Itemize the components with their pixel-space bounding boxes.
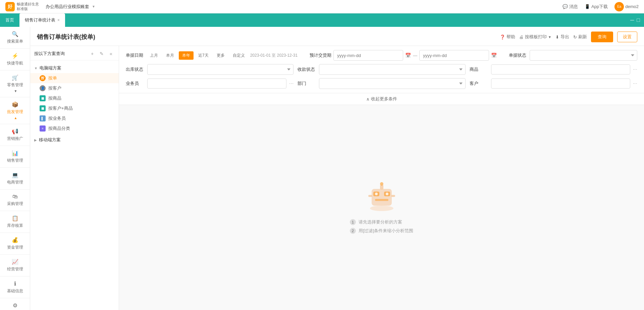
goods-filter-group: 商品 ···: [470, 64, 637, 75]
hint-num-1: 1: [350, 219, 356, 225]
sidebar-item-system[interactable]: ⚙ 系统管理: [0, 298, 30, 310]
expected-date-group: 预计交货期 📅 — 📅: [310, 50, 497, 61]
date-btn-7days[interactable]: 近7天: [195, 51, 212, 60]
goods-more-icon[interactable]: ···: [633, 66, 637, 72]
salesman-input[interactable]: [147, 79, 286, 89]
tab-close-icon[interactable]: ×: [57, 18, 60, 22]
tab-sales-order[interactable]: 销售订单统计表 ×: [19, 13, 65, 27]
customer-more-icon[interactable]: ···: [633, 81, 637, 87]
delivery-status-select[interactable]: [147, 64, 293, 75]
sidebar-item-purchase[interactable]: 🛍 采购管理: [0, 190, 30, 211]
sidebar-item-marketing[interactable]: 📢 营销推广: [0, 124, 30, 146]
sidebar-item-ecommerce[interactable]: 💻 电商管理: [0, 168, 30, 190]
tab-minimize-icon[interactable]: ─: [630, 17, 634, 23]
goods-input[interactable]: [491, 64, 630, 74]
sidebar-item-wholesale[interactable]: 📦 批发管理 ▲: [0, 97, 30, 124]
empty-hint-2: 2 用[过滤]条件来缩小分析范围: [350, 228, 413, 234]
goods-label: 商品: [470, 66, 488, 72]
query-button[interactable]: 查询: [591, 32, 613, 42]
template-print-button[interactable]: 🖨 按模板打印 ▼: [519, 34, 551, 40]
customer-filter-group: 客户 ···: [470, 78, 637, 89]
sales-icon: 📊: [12, 150, 18, 156]
sidebar-item-search[interactable]: 🔍 搜索菜单: [0, 27, 30, 49]
scheme-item-by-salesman[interactable]: ▌ 按业务员: [30, 113, 119, 123]
date-btn-last-month[interactable]: 上月: [147, 51, 161, 60]
app-title: 办公用品行业模拟账套: [46, 4, 89, 10]
pc-scheme-group: ▼ 电脑端方案 按 按单 👤 按客户: [30, 63, 119, 134]
sidebar-item-basic[interactable]: ℹ 基础信息: [0, 276, 30, 298]
expected-date-end-input[interactable]: [419, 50, 489, 61]
main-layout: 🔍 搜索菜单 ⚡ 快捷导航 🛒 零售管理 ▼ 📦 批发管理 ▲ 📢 营销推广 📊…: [0, 27, 644, 310]
svg-rect-7: [380, 185, 383, 190]
receipt-status-group: 收款状态: [298, 64, 465, 75]
user-area[interactable]: Ea demo2: [614, 2, 639, 11]
scheme-item-by-goods[interactable]: ▦ 按商品: [30, 93, 119, 103]
left-panel: 按以下方案查询 + ✎ « ▼ 电脑端方案: [30, 46, 119, 310]
help-icon: ❓: [500, 35, 505, 40]
top-bar-right: 💬 消息 📱 App下载 Ea demo2: [562, 2, 639, 11]
sidebar-item-management[interactable]: 📈 经营管理: [0, 255, 30, 276]
salesman-more-icon[interactable]: ···: [289, 81, 293, 87]
collapse-button[interactable]: ∧ 收起更多条件: [366, 96, 397, 102]
svg-rect-9: [368, 195, 372, 197]
delivery-status-group: 出库状态: [126, 64, 293, 75]
empty-svg: [362, 179, 402, 212]
group-expand-icon: ▼: [34, 66, 38, 70]
scheme-item-by-order[interactable]: 按 按单: [30, 73, 119, 83]
finance-icon: 💰: [12, 237, 18, 243]
management-icon: 📈: [12, 259, 18, 265]
collapse-bar: ∧ 收起更多条件: [119, 93, 644, 105]
status-select[interactable]: [530, 50, 637, 61]
page-actions: ❓ 帮助 🖨 按模板打印 ▼ ⬇ 导出 ↻ 刷新 查询 设置: [500, 32, 637, 42]
filter-row-3: 业务员 ··· 部门 客户 ···: [126, 78, 637, 89]
logo-icon: 好: [5, 2, 15, 11]
purchase-icon: 🛍: [12, 194, 18, 200]
app-title-dropdown[interactable]: ▼: [92, 5, 95, 8]
content-area: 销售订单统计表(按单) ❓ 帮助 🖨 按模板打印 ▼ ⬇ 导出 ↻ 刷新: [30, 27, 644, 310]
add-scheme-button[interactable]: +: [89, 50, 96, 57]
sidebar-item-finance[interactable]: 💰 资金管理: [0, 233, 30, 255]
mobile-group-title[interactable]: ▶ 移动端方案: [30, 135, 119, 145]
date-btn-more[interactable]: 更多: [213, 51, 228, 60]
logo-area: 好 畅捷通好生意 标准版: [5, 2, 39, 11]
receipt-status-select[interactable]: [319, 64, 465, 75]
sidebar-item-shortcut[interactable]: ⚡ 快捷导航: [0, 49, 30, 70]
svg-rect-1: [372, 189, 392, 206]
settings-button[interactable]: 设置: [617, 32, 637, 42]
date-start-calendar-icon[interactable]: 📅: [405, 53, 411, 58]
svg-point-8: [380, 182, 383, 186]
collapse-panel-button[interactable]: «: [107, 50, 115, 57]
sidebar-item-sales[interactable]: 📊 销售管理: [0, 146, 30, 168]
status-filter-group: 单据状态: [509, 50, 637, 61]
date-btn-this-year[interactable]: 本年: [179, 51, 194, 60]
department-filter-group: 部门: [298, 78, 465, 89]
scheme-item-by-customer[interactable]: 👤 按客户: [30, 83, 119, 93]
avatar: Ea: [614, 2, 624, 11]
customer-input[interactable]: [491, 79, 630, 89]
message-button[interactable]: 💬 消息: [562, 4, 578, 10]
collapse-arrow-icon: ∧: [366, 97, 370, 102]
refresh-button[interactable]: ↻ 刷新: [573, 34, 587, 40]
help-button[interactable]: ❓ 帮助: [500, 34, 515, 40]
tab-home[interactable]: 首页: [0, 13, 19, 27]
mobile-scheme-group: ▶ 移动端方案: [30, 135, 119, 145]
export-button[interactable]: ⬇ 导出: [555, 34, 569, 40]
edit-scheme-button[interactable]: ✎: [98, 50, 105, 57]
date-btn-this-month[interactable]: 本月: [163, 51, 177, 60]
scheme-item-by-goods-category[interactable]: ≡ 按商品分类: [30, 123, 119, 134]
department-select[interactable]: [319, 78, 465, 89]
expected-date-start-input[interactable]: [333, 50, 403, 61]
date-btn-custom[interactable]: 自定义: [229, 51, 248, 60]
scheme-item-by-customer-goods[interactable]: ▦ 按客户+商品: [30, 103, 119, 113]
tab-maximize-icon[interactable]: □: [637, 17, 640, 23]
date-buttons: 上月 本月 本年 近7天 更多 自定义: [147, 51, 248, 60]
app-download-button[interactable]: 📱 App下载: [585, 4, 608, 10]
date-end-calendar-icon[interactable]: 📅: [491, 53, 497, 58]
tab-sales-order-label: 销售订单统计表: [25, 17, 55, 23]
sidebar-item-inventory[interactable]: 📋 库存核算: [0, 211, 30, 233]
scheme-icon-goods: ▦: [40, 95, 46, 101]
sidebar-item-retail[interactable]: 🛒 零售管理 ▼: [0, 70, 30, 97]
pc-group-title[interactable]: ▼ 电脑端方案: [30, 63, 119, 73]
expected-date-label: 预计交货期: [310, 52, 331, 58]
scheme-icon-customer-goods: ▦: [40, 105, 46, 111]
